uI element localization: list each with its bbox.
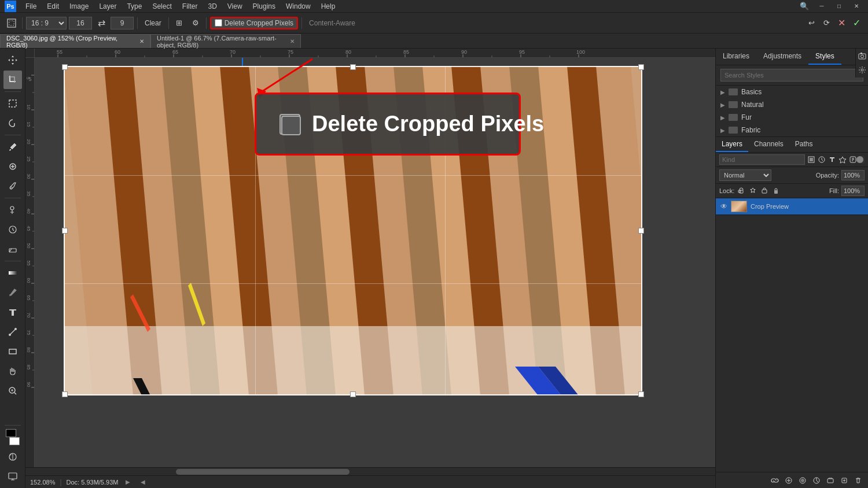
tab-untitled1-close[interactable]: ✕: [290, 38, 295, 45]
tab-dsc3060-close[interactable]: ✕: [139, 38, 144, 45]
menu-filter[interactable]: Filter: [178, 1, 203, 12]
style-group-natural[interactable]: ▶ Natural: [716, 98, 868, 111]
background-color-swatch[interactable]: [9, 437, 20, 445]
tab-styles[interactable]: Styles: [808, 49, 841, 65]
rotate-icon[interactable]: ⟳: [819, 16, 833, 30]
tab-untitled1[interactable]: Untitled-1 @ 66.7% (7.Camera-raw-smart-o…: [150, 34, 301, 48]
crop-handle-ml[interactable]: [62, 228, 68, 234]
menu-plugins[interactable]: Plugins: [248, 1, 280, 12]
doc-info-expand[interactable]: ▶: [123, 478, 133, 486]
right-icon-camera[interactable]: [857, 51, 867, 61]
tool-lasso[interactable]: [3, 114, 22, 132]
menu-type[interactable]: Type: [122, 1, 146, 12]
search-icon[interactable]: 🔍: [797, 0, 811, 13]
menu-layer[interactable]: Layer: [94, 1, 121, 12]
crop-handle-mr[interactable]: [638, 228, 644, 234]
crop-handle-tr[interactable]: [638, 64, 644, 70]
group-layers-icon[interactable]: [825, 475, 836, 486]
tool-gradient[interactable]: [3, 264, 22, 282]
crop-handle-tm[interactable]: [350, 64, 356, 70]
layers-filter-input[interactable]: [719, 154, 805, 165]
add-style-icon[interactable]: [784, 475, 794, 486]
menu-view[interactable]: View: [223, 1, 247, 12]
adjustment-layer-icon[interactable]: [811, 475, 822, 486]
straighten-options-icon[interactable]: ⚙: [189, 16, 203, 30]
crop-handle-bm[interactable]: [350, 391, 356, 397]
tool-hand[interactable]: [3, 362, 22, 380]
scrollbar-thumb[interactable]: [176, 469, 350, 475]
delete-layer-icon[interactable]: [853, 475, 863, 486]
tab-libraries[interactable]: Libraries: [716, 49, 756, 65]
tool-rectangle[interactable]: [3, 342, 22, 361]
tool-history[interactable]: [3, 220, 22, 239]
crop-height-input[interactable]: [111, 17, 134, 29]
delete-cropped-checkbox[interactable]: [215, 19, 222, 27]
menu-3d[interactable]: 3D: [203, 1, 221, 12]
tool-type[interactable]: [3, 303, 22, 321]
horizontal-scrollbar[interactable]: [25, 467, 715, 475]
menu-edit[interactable]: Edit: [42, 1, 64, 12]
lock-position-icon[interactable]: [748, 186, 757, 195]
cancel-crop-icon[interactable]: ✕: [834, 16, 848, 30]
tool-crop[interactable]: [3, 71, 22, 89]
foreground-color-swatch[interactable]: [6, 429, 16, 437]
tab-paths[interactable]: Paths: [789, 137, 819, 152]
menu-help[interactable]: Help: [317, 1, 340, 12]
move-crop-icon[interactable]: [5, 16, 19, 30]
swap-dimensions-icon[interactable]: ⇄: [94, 16, 108, 30]
filter-type-adjustment-icon[interactable]: [818, 154, 826, 165]
tool-eraser[interactable]: [3, 240, 22, 258]
doc-info-collapse[interactable]: ◀: [138, 478, 148, 486]
menu-window[interactable]: Window: [281, 1, 315, 12]
minimize-icon[interactable]: ─: [815, 0, 829, 13]
confirm-crop-icon[interactable]: ✓: [849, 16, 863, 30]
maximize-icon[interactable]: □: [832, 0, 846, 13]
layer-visibility-eye[interactable]: 👁: [720, 202, 727, 210]
tool-heal[interactable]: [3, 157, 22, 176]
link-layers-icon[interactable]: [770, 475, 780, 486]
opacity-input[interactable]: [841, 170, 865, 180]
tool-pen[interactable]: [3, 283, 22, 302]
filter-type-text-icon[interactable]: [828, 154, 836, 165]
filter-type-shape-icon[interactable]: [838, 154, 847, 165]
crop-handle-br[interactable]: [638, 391, 644, 397]
undo-icon[interactable]: ↩: [804, 16, 818, 30]
crop-handle-tl[interactable]: [62, 64, 68, 70]
tab-dsc3060[interactable]: DSC_3060.jpg @ 152% (Crop Preview, RGB/8…: [0, 34, 150, 48]
styles-search-input[interactable]: [720, 69, 863, 82]
tab-layers[interactable]: Layers: [716, 137, 748, 152]
blend-mode-select[interactable]: Normal Multiply Screen: [719, 169, 771, 181]
clear-button[interactable]: Clear: [141, 18, 165, 28]
lock-all-icon[interactable]: [771, 186, 781, 195]
tool-screen-mode[interactable]: [3, 467, 22, 486]
tab-channels[interactable]: Channels: [748, 137, 789, 152]
right-icon-settings[interactable]: [857, 65, 867, 75]
style-group-basics[interactable]: ▶ Basics: [716, 86, 868, 98]
lock-pixels-icon[interactable]: [737, 186, 746, 195]
fill-input[interactable]: [841, 186, 865, 196]
close-icon[interactable]: ✕: [849, 0, 863, 13]
tool-quick-mask[interactable]: [3, 448, 22, 466]
filter-on-icon[interactable]: [860, 156, 865, 164]
crop-width-input[interactable]: [69, 17, 92, 29]
tool-clone[interactable]: [3, 201, 22, 219]
tool-move[interactable]: [3, 51, 22, 69]
lock-artboard-icon[interactable]: [760, 186, 769, 195]
style-group-fur[interactable]: ▶ Fur: [716, 111, 868, 124]
tool-marquee[interactable]: [3, 94, 22, 113]
menu-image[interactable]: Image: [65, 1, 93, 12]
crop-handle-bl[interactable]: [62, 391, 68, 397]
tool-zoom[interactable]: [3, 382, 22, 400]
tab-adjustments[interactable]: Adjustments: [756, 49, 808, 65]
style-group-fabric[interactable]: ▶ Fabric: [716, 124, 868, 136]
new-layer-icon[interactable]: [839, 475, 849, 486]
filter-type-pixel-icon[interactable]: [807, 154, 815, 165]
filter-type-smartobj-icon[interactable]: [849, 154, 857, 165]
add-mask-icon[interactable]: [797, 475, 808, 486]
canvas-area[interactable]: Delete Cropped Pixels: [35, 58, 715, 467]
tool-path-select[interactable]: [3, 323, 22, 341]
delete-cropped-checkbox-label[interactable]: Delete Cropped Pixels: [210, 17, 298, 29]
menu-select[interactable]: Select: [148, 1, 176, 12]
ratio-select[interactable]: 16 : 9 4 : 3 1 : 1: [26, 17, 67, 29]
menu-file[interactable]: File: [21, 1, 41, 12]
